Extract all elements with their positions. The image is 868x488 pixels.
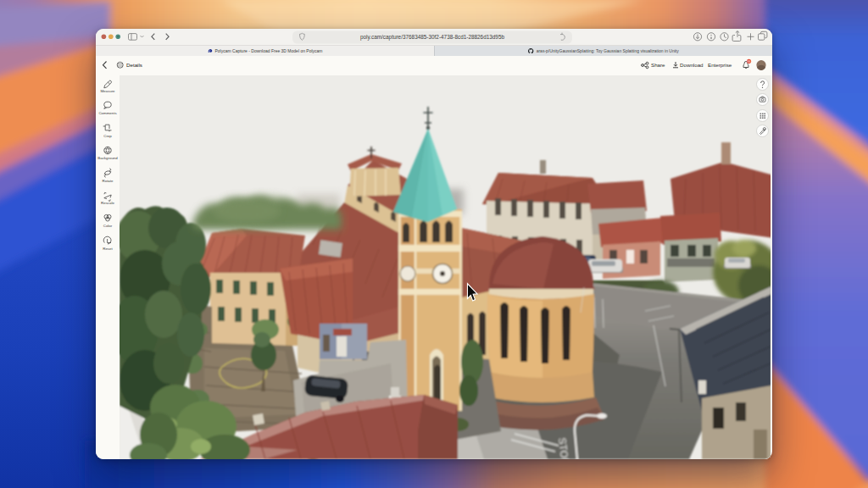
svg-text:Measure: Measure [100,89,115,93]
svg-text:Comments: Comments [98,111,117,115]
svg-text:poly.cam/capture/37683485-30f2: poly.cam/capture/37683485-30f2-4738-8cd1… [360,34,505,41]
svg-text:Rotate: Rotate [103,179,114,183]
svg-text:Details: Details [126,62,142,68]
svg-text:Enterprise: Enterprise [708,62,732,68]
svg-text:Rescale: Rescale [101,201,114,205]
svg-text:Background: Background [97,156,118,160]
svg-text:Share: Share [651,62,665,68]
svg-text:Download: Download [680,62,704,68]
svg-text:Crop: Crop [103,134,112,138]
svg-text:STOP: STOP [556,437,571,459]
svg-text:99: 99 [748,60,751,64]
svg-text:Color: Color [103,224,113,228]
svg-text:Reset: Reset [103,247,113,251]
